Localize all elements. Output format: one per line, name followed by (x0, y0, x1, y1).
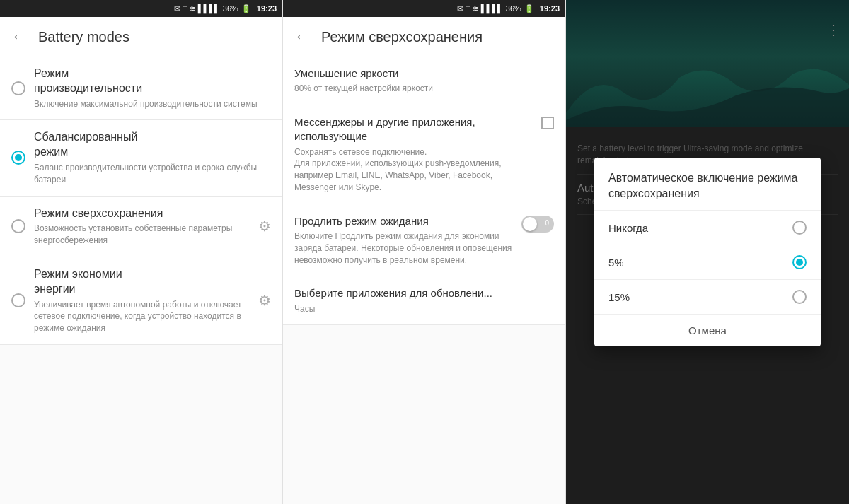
back-button-middle[interactable]: ← (294, 28, 310, 46)
radio-performance[interactable] (11, 81, 25, 95)
radio-inner-balanced (15, 154, 22, 161)
left-panel: ✉ □ ≋ ▌▌▌▌ 36% 🔋 19:23 ← Battery modes Р… (0, 0, 283, 504)
toggle-knob-standby (523, 217, 537, 231)
battery-modes-list: Режимпроизводительности Включение максим… (0, 57, 282, 504)
battery-icon-middle: 🔋 (524, 4, 534, 13)
setting-title-brightness: Уменьшение яркости (294, 66, 554, 81)
mode-info-performance: Режимпроизводительности Включение максим… (34, 66, 271, 110)
page-title-left: Battery modes (38, 29, 129, 45)
radio-ultra[interactable] (11, 219, 25, 233)
status-icons-middle: ✉ □ ≋ ▌▌▌▌ (457, 4, 503, 13)
dialog-option-5pct[interactable]: 5% (594, 245, 821, 280)
gear-icon-economy[interactable]: ⚙ (258, 292, 271, 309)
standby-info: Продлить режим ожидания Включите Продлит… (294, 214, 514, 266)
dialog-cancel-label: Отмена (688, 324, 727, 336)
radio-15pct[interactable] (792, 290, 807, 304)
radio-economy[interactable] (11, 293, 25, 307)
dialog-label-never: Никогда (608, 222, 648, 234)
setting-title-messengers: Мессенджеры и другие приложения, использ… (294, 115, 534, 144)
middle-panel: ✉ □ ≋ ▌▌▌▌ 36% 🔋 19:23 ← Режим сверхсохр… (283, 0, 566, 504)
mode-title-economy: Режим экономииэнергии (34, 267, 250, 297)
mode-desc-performance: Включение максимальной производительност… (34, 98, 271, 110)
mode-desc-ultra: Возможность установить собственные парам… (34, 223, 250, 247)
radio-balanced[interactable] (11, 151, 25, 165)
setting-desc-apps: Часы (294, 303, 554, 315)
radio-never[interactable] (792, 221, 807, 235)
status-bar-left: ✉ □ ≋ ▌▌▌▌ 36% 🔋 19:23 (0, 0, 282, 17)
mode-title-ultra: Режим сверхсохранения (34, 206, 250, 221)
dialog-option-15pct[interactable]: 15% (594, 280, 821, 315)
time-middle: 19:23 (540, 4, 560, 13)
page-title-middle: Режим сверхсохранения (321, 29, 483, 45)
setting-desc-standby: Включите Продлить режим ожидания для эко… (294, 230, 514, 266)
toolbar-middle: ← Режим сверхсохранения (283, 17, 565, 57)
mode-desc-balanced: Баланс производительности устройства и с… (34, 162, 271, 186)
gear-icon-ultra[interactable]: ⚙ (258, 218, 271, 235)
setting-standby[interactable]: Продлить режим ожидания Включите Продлит… (283, 204, 565, 277)
ultra-settings-list: Уменьшение яркости 80% от текущей настро… (283, 57, 565, 504)
mode-title-balanced: Сбалансированныйрежим (34, 130, 271, 160)
checkbox-messengers[interactable] (541, 117, 554, 129)
toggle-label-standby: 0 (545, 219, 549, 227)
back-button-left[interactable]: ← (11, 28, 27, 46)
dialog-title: Автоматическое включение режима сверхсох… (594, 158, 821, 211)
time-left: 19:23 (257, 4, 277, 13)
setting-messengers[interactable]: Мессенджеры и другие приложения, использ… (283, 105, 565, 204)
toolbar-left: ← Battery modes (0, 17, 282, 57)
mode-item-performance[interactable]: Режимпроизводительности Включение максим… (0, 57, 282, 120)
battery-icon-left: 🔋 (241, 4, 251, 13)
setting-desc-messengers: Сохранять сетевое подключение.Для прилож… (294, 146, 534, 194)
radio-5pct[interactable] (792, 255, 807, 269)
dialog-overlay: Автоматическое включение режима сверхсох… (566, 0, 849, 504)
setting-title-standby: Продлить режим ожидания (294, 214, 514, 228)
mode-info-ultra: Режим сверхсохранения Возможность устано… (34, 206, 250, 247)
messengers-info: Мессенджеры и другие приложения, использ… (294, 115, 534, 194)
dialog-label-15pct: 15% (608, 291, 630, 303)
battery-middle: 36% (506, 4, 521, 13)
mode-title-performance: Режимпроизводительности (34, 66, 271, 96)
setting-desc-brightness: 80% от текущей настройки яркости (294, 83, 554, 95)
mode-desc-economy: Увеличивает время автономной работы и от… (34, 299, 250, 334)
setting-brightness[interactable]: Уменьшение яркости 80% от текущей настро… (283, 57, 565, 105)
mode-info-economy: Режим экономииэнергии Увеличивает время … (34, 267, 250, 334)
setting-apps[interactable]: Выберите приложения для обновлени... Час… (283, 276, 565, 325)
mode-item-ultra[interactable]: Режим сверхсохранения Возможность устано… (0, 197, 282, 257)
dialog-option-never[interactable]: Никогда (594, 211, 821, 245)
dialog-label-5pct: 5% (608, 257, 624, 269)
toggle-standby[interactable]: 0 (521, 216, 554, 233)
mode-item-economy[interactable]: Режим экономииэнергии Увеличивает время … (0, 257, 282, 345)
status-icons-left: ✉ □ ≋ ▌▌▌▌ (174, 4, 220, 13)
auto-switch-dialog: Автоматическое включение режима сверхсох… (594, 158, 821, 347)
status-bar-middle: ✉ □ ≋ ▌▌▌▌ 36% 🔋 19:23 (283, 0, 565, 17)
setting-title-apps: Выберите приложения для обновлени... (294, 286, 554, 300)
mode-info-balanced: Сбалансированныйрежим Баланс производите… (34, 130, 271, 185)
radio-inner-5pct (796, 259, 803, 266)
battery-left: 36% (223, 4, 238, 13)
mode-item-balanced[interactable]: Сбалансированныйрежим Баланс производите… (0, 120, 282, 196)
dialog-cancel-button[interactable]: Отмена (594, 315, 821, 346)
right-panel: ≋ ▌▌▌▌ 35% 🔋 19:29 ⋮ Set a battery level… (566, 0, 849, 504)
